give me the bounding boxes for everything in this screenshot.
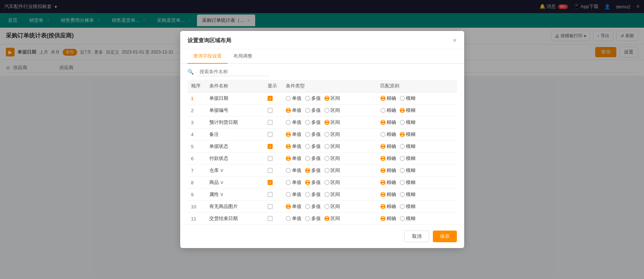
- dialog-tabs: 查询字段设置 布局调整: [180, 49, 464, 64]
- dialog-title: 设置查询区域布局: [187, 37, 231, 44]
- settings-dialog: 设置查询区域布局 × 查询字段设置 布局调整 🔍 顺序 条件名称: [180, 31, 464, 76]
- search-icon: 🔍: [187, 69, 194, 75]
- search-box: 🔍: [180, 64, 464, 76]
- search-input[interactable]: [197, 67, 269, 76]
- tab-layout-adjust[interactable]: 布局调整: [228, 49, 258, 64]
- dialog-close-button[interactable]: ×: [453, 37, 457, 44]
- modal-overlay: 设置查询区域布局 × 查询字段设置 布局调整 🔍 顺序 条件名称: [0, 0, 644, 76]
- tab-field-setting[interactable]: 查询字段设置: [187, 49, 228, 64]
- dialog-header: 设置查询区域布局 ×: [180, 31, 464, 49]
